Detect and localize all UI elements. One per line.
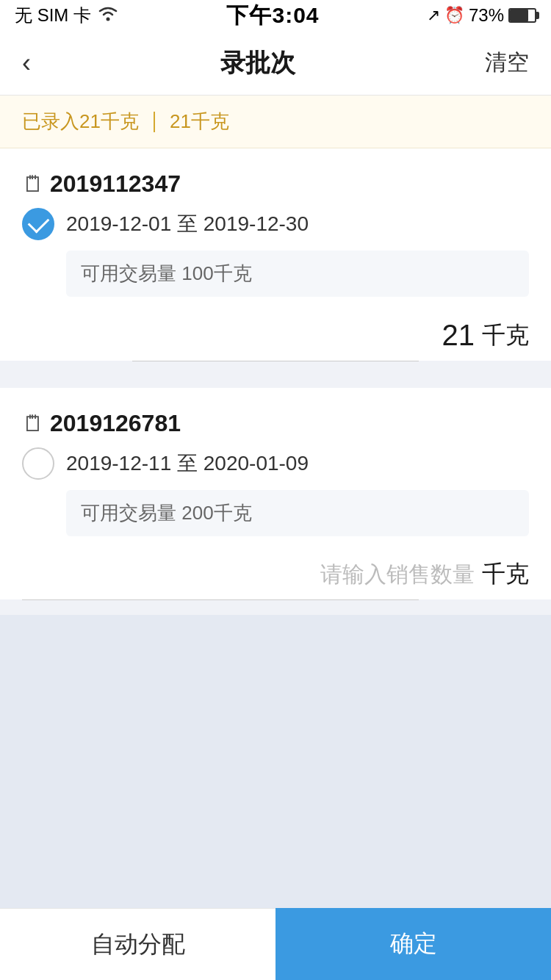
batch1-avail: 可用交易量 100千克	[66, 251, 529, 297]
batch2-header: 🗒 2019126781	[22, 410, 529, 437]
nav-bar: ‹ 录批次 清空	[0, 31, 551, 96]
back-button[interactable]: ‹	[22, 48, 31, 79]
batch1-header: 🗒 2019112347	[22, 170, 529, 198]
clear-button[interactable]: 清空	[485, 48, 529, 78]
alarm-icon: ⏰	[444, 6, 464, 25]
batch2-doc-icon: 🗒	[22, 411, 44, 436]
batch2-quantity-placeholder: 请输入销售数量	[320, 560, 475, 590]
batch2-id: 2019126781	[50, 410, 181, 437]
wifi-icon	[97, 5, 119, 26]
batch1-card: 🗒 2019112347 2019-12-01 至 2019-12-30 可用交…	[0, 148, 551, 304]
batch1-date-range: 2019-12-01 至 2019-12-30	[66, 210, 309, 238]
batch1-unit: 千克	[482, 320, 529, 352]
status-time: 下午3:04	[226, 1, 319, 31]
card-divider	[0, 376, 551, 388]
banner-divider	[154, 112, 155, 132]
batch1-doc-icon: 🗒	[22, 172, 44, 197]
batch1-date-row: 2019-12-01 至 2019-12-30	[22, 208, 529, 240]
batch2-date-row: 2019-12-11 至 2020-01-09	[22, 447, 529, 480]
batch2-unit: 千克	[482, 558, 529, 591]
batch2-underline	[22, 599, 419, 600]
batch2-date-range: 2019-12-11 至 2020-01-09	[66, 450, 309, 478]
batch2-radio[interactable]	[22, 447, 54, 480]
recorded-amount: 已录入21千克	[22, 109, 139, 134]
batch2-card: 🗒 2019126781 2019-12-11 至 2020-01-09 可用交…	[0, 388, 551, 544]
batch1-radio[interactable]	[22, 208, 54, 240]
confirm-button[interactable]: 确定	[276, 908, 551, 980]
svg-point-0	[107, 18, 110, 21]
location-icon: ↗	[427, 6, 440, 25]
batch1-quantity-value: 21	[442, 319, 475, 352]
carrier-text: 无 SIM 卡	[15, 4, 91, 27]
batch1-id: 2019112347	[50, 170, 181, 198]
status-bar: 无 SIM 卡 下午3:04 ↗ ⏰ 73%	[0, 0, 551, 31]
page-title: 录批次	[220, 46, 295, 80]
batch2-avail: 可用交易量 200千克	[66, 490, 529, 536]
batch1-underline	[132, 361, 419, 361]
battery-text: 73%	[469, 5, 504, 26]
auto-distribute-button[interactable]: 自动分配	[0, 908, 276, 980]
batch2-input-row: 请输入销售数量 千克	[0, 544, 551, 599]
total-amount: 21千克	[170, 109, 229, 134]
battery-icon	[508, 8, 536, 23]
bottom-bar: 自动分配 确定	[0, 908, 551, 980]
info-banner: 已录入21千克 21千克	[0, 96, 551, 148]
batch1-quantity-row: 21 千克	[0, 304, 551, 361]
